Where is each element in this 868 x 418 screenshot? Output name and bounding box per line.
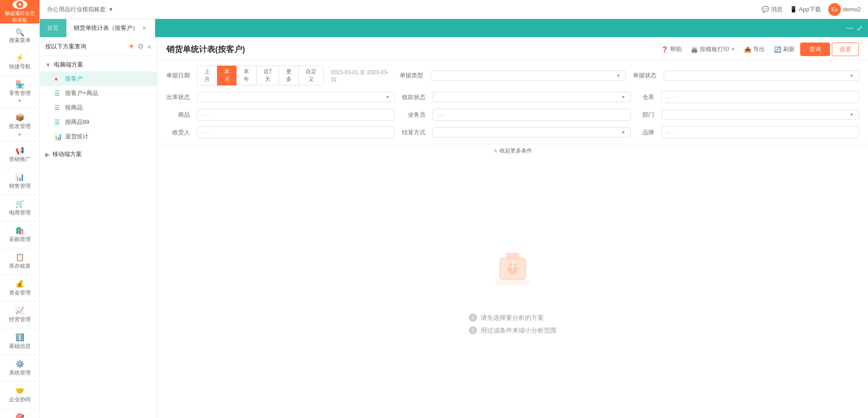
doc-status-label: 单据状态 [633, 71, 656, 80]
doc-type-select[interactable]: ▼ [430, 71, 626, 81]
tab-home-label: 首页 [47, 24, 59, 32]
page-title: 销货单统计表(按客户) [166, 44, 245, 55]
sidebar-item-system[interactable]: ⚙️ 系统管理 [0, 355, 39, 382]
doc-type-label: 单据类型 [400, 71, 423, 80]
export-btn[interactable]: 📤 导出 [741, 43, 769, 55]
search-menu[interactable]: 🔍 搜索菜单 [0, 24, 39, 49]
salesperson-label: 业务员 [402, 111, 425, 119]
delivery-select[interactable]: ▼ [197, 92, 395, 102]
date-more[interactable]: 更多 [278, 66, 298, 86]
brand-select[interactable]: ··· [661, 126, 859, 138]
tip-text-1: 请先选择要分析的方案 [481, 311, 544, 324]
scheme-return-stats[interactable]: 📊 退货统计 [40, 129, 157, 144]
desktop-group-label: 电脑端方案 [54, 61, 83, 69]
sidebar-item-inventory[interactable]: 📋 库存核算 [0, 248, 39, 275]
page-top-actions: ❓ 帮助 🖨️ 按模板打印 ▼ 📤 导出 🔄 刷新 [657, 43, 859, 56]
tab-sales-stats[interactable]: 销货单统计表（按客户） ✕ [66, 19, 155, 37]
sidebar-item-retail[interactable]: 🏪 零售管理 ▼ [0, 76, 39, 109]
date-last-7[interactable]: 近7天 [256, 66, 279, 86]
sidebar-label-marketing: 营销推广 [2, 156, 38, 163]
mobile-group-label: 移动端方案 [52, 150, 82, 158]
sidebar-item-sales[interactable]: 📊 销售管理 [0, 168, 39, 195]
add-scheme-btn[interactable]: + [129, 42, 134, 51]
settings-scheme-btn[interactable]: ⚙ [137, 42, 144, 51]
sidebar-item-operation[interactable]: 📈 经营管理 [0, 302, 39, 328]
print-label: 按模板打印 [700, 45, 729, 53]
recipient-select[interactable]: ··· [197, 126, 395, 138]
desktop-group-header[interactable]: ▼ 电脑端方案 [40, 58, 157, 71]
window-maximize-btn[interactable]: ⤢ [857, 24, 863, 33]
enterprise-icon: 🤝 [2, 386, 38, 395]
tab-close-btn[interactable]: ✕ [141, 24, 147, 32]
doc-status-select[interactable]: ▼ [664, 71, 859, 81]
operation-icon: 📈 [2, 306, 38, 315]
collapse-panel-btn[interactable]: « [147, 43, 151, 51]
purchase-icon: 🛍️ [2, 226, 38, 235]
app-download-btn[interactable]: 📱 App下载 [790, 5, 821, 14]
collapse-icon: ∧ [493, 147, 499, 154]
wholesale-icon: 📦 [2, 113, 38, 122]
mobile-group-header[interactable]: ▶ 移动端方案 [40, 147, 157, 161]
app-name: 畅捷通好生意 [5, 10, 35, 17]
scheme-by-goods[interactable]: ☰ 按商品 [40, 100, 157, 115]
print-btn[interactable]: 🖨️ 按模板打印 ▼ [687, 43, 739, 55]
help-label: 帮助 [670, 45, 682, 53]
delivery-label: 出库状态 [166, 93, 190, 101]
settlement-select[interactable]: ▼ [433, 127, 630, 138]
date-label: 单据日期 [166, 71, 190, 80]
sidebar-item-finance[interactable]: 💰 资金管理 [0, 275, 39, 302]
payment-label: 收款状态 [402, 93, 425, 101]
panel-actions: + ⚙ « [129, 42, 151, 51]
sidebar-item-basic[interactable]: ℹ️ 基础信息 [0, 328, 39, 355]
date-custom[interactable]: 自定义 [298, 66, 324, 86]
user-avatar: Ea [828, 3, 841, 16]
sidebar-item-wholesale[interactable]: 📦 批发管理 ▲ [0, 109, 39, 142]
customer-goods-label: 按客户+商品 [65, 89, 98, 97]
sidebar-item-newbie[interactable]: 🎯 新手引导 [0, 408, 39, 418]
sidebar-item-purchase[interactable]: 🛍️ 采购管理 [0, 222, 39, 248]
warehouse-select[interactable]: ··· [661, 91, 859, 103]
export-icon: 📤 [744, 46, 751, 53]
scheme-goods-99[interactable]: ☰ 按商品99 [40, 115, 157, 129]
date-last-month[interactable]: 上月 [197, 66, 217, 86]
date-this-year[interactable]: 本年 [236, 66, 256, 86]
salesperson-select[interactable]: ··· [433, 109, 630, 121]
collapse-bar[interactable]: ∧ 收起更多条件 [157, 144, 868, 157]
warehouse-label: 仓库 [638, 93, 654, 101]
filter-row-4: 收货人 ··· 结算方式 ▼ 品牌 [166, 126, 859, 138]
sidebar-item-marketing[interactable]: 📢 营销推广 [0, 142, 39, 168]
app-logo: 畅捷通好生意 标准版 [0, 0, 39, 24]
settlement-chevron: ▼ [621, 130, 626, 135]
window-minimize-btn[interactable]: — [846, 24, 853, 32]
inventory-icon: 📋 [2, 253, 38, 261]
message-btn[interactable]: 💬 消息 [762, 5, 783, 14]
refresh-btn[interactable]: 🔄 刷新 [770, 43, 798, 55]
tab-home[interactable]: 首页 [40, 19, 66, 37]
date-this-month[interactable]: 本月 [217, 66, 237, 86]
sidebar-item-ecommerce[interactable]: 🛒 电商管理 [0, 195, 39, 222]
department-select[interactable]: ▼ [661, 109, 859, 120]
help-btn[interactable]: ❓ 帮助 [657, 43, 685, 55]
doc-status-chevron: ▼ [849, 73, 854, 78]
scheme-customer-goods[interactable]: ☰ 按客户+商品 [40, 86, 157, 100]
message-icon: 💬 [762, 6, 769, 13]
newbie-icon: 🎯 [2, 413, 38, 418]
user-profile-btn[interactable]: Ea demo2 [828, 3, 861, 16]
sidebar-label-ecommerce: 电商管理 [2, 209, 38, 217]
goods-select[interactable]: ··· [197, 109, 395, 121]
user-initial: Ea [832, 7, 838, 12]
by-customer-label: 按客户 [65, 75, 83, 83]
query-btn[interactable]: 查询 [800, 43, 830, 56]
print-icon: 🖨️ [691, 46, 698, 53]
scheme-by-customer[interactable]: ● 按客户 [40, 71, 157, 86]
tip-item-2: 2 用过滤条件来缩小分析范围 [469, 324, 557, 337]
sidebar-item-quicknav[interactable]: ⚡ 快捷导航 [0, 49, 39, 76]
collapse-label: 收起更多条件 [500, 147, 532, 154]
settings-btn[interactable]: 设置 [832, 43, 859, 56]
basic-icon: ℹ️ [2, 333, 38, 342]
industry-selector[interactable]: 办公用品行业模拟账套 ▾ [47, 5, 113, 14]
by-customer-icon: ● [54, 75, 61, 82]
filter-row-3: 商品 ··· 业务员 ··· 部门 [166, 109, 859, 121]
sidebar-item-enterprise[interactable]: 🤝 企业协同 [0, 382, 39, 408]
payment-select[interactable]: ▼ [433, 92, 630, 102]
